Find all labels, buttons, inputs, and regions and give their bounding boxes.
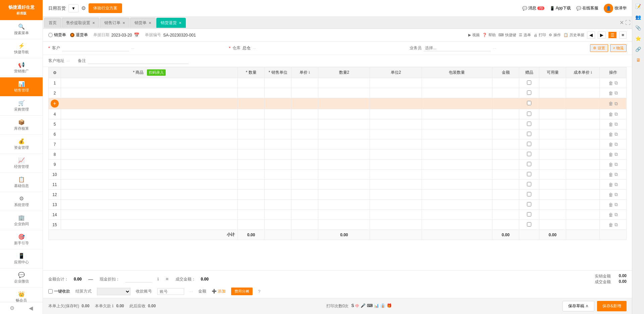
sidebar-item-weixin[interactable]: 💬企业微信 bbox=[0, 268, 43, 288]
product-cell-7[interactable] bbox=[61, 139, 238, 149]
print-btn[interactable]: 🖨 打印 bbox=[534, 33, 546, 38]
settings-btn[interactable]: ⚙ bbox=[81, 5, 86, 11]
unit-cell-4[interactable] bbox=[265, 109, 291, 119]
one-click-collection-checkbox[interactable] bbox=[48, 289, 53, 294]
gift-cell-15[interactable] bbox=[519, 220, 539, 230]
sidebar-collapse-icon[interactable]: ◀ bbox=[29, 305, 33, 311]
gift-checkbox-3[interactable] bbox=[527, 101, 531, 105]
account-dots[interactable]: ··· bbox=[190, 289, 193, 294]
pack-qty-cell-14[interactable] bbox=[422, 210, 492, 220]
rp-link-btn[interactable]: 🔗 bbox=[633, 44, 643, 54]
qty2-cell-10[interactable] bbox=[318, 170, 370, 180]
qty-cell-8[interactable] bbox=[238, 149, 265, 160]
copy-btn-15[interactable]: ⧉ bbox=[614, 222, 618, 228]
available-cell-6[interactable] bbox=[539, 129, 566, 139]
help-btn[interactable]: ❓ 帮助 bbox=[482, 33, 496, 38]
add-row-btn[interactable]: + bbox=[51, 100, 59, 108]
available-cell-13[interactable] bbox=[539, 200, 566, 210]
gift-cell-9[interactable] bbox=[519, 160, 539, 170]
gift-checkbox-14[interactable] bbox=[527, 212, 531, 216]
sidebar-item-finance[interactable]: 💰资金管理 bbox=[0, 135, 43, 154]
qty-cell-7[interactable] bbox=[238, 139, 265, 149]
operation-btn[interactable]: ⚙ 操作 bbox=[549, 33, 561, 38]
qty-cell-11[interactable] bbox=[238, 180, 265, 190]
copy-btn-1[interactable]: ⧉ bbox=[614, 80, 618, 86]
gift-cell-7[interactable] bbox=[519, 139, 539, 149]
discount-input[interactable] bbox=[125, 276, 152, 282]
unit2-cell-9[interactable] bbox=[370, 160, 422, 170]
tab-close-4[interactable]: ✕ bbox=[179, 21, 181, 25]
copy-btn-10[interactable]: ⧉ bbox=[614, 172, 618, 177]
address-dots[interactable]: ··· bbox=[66, 59, 70, 63]
tab-4[interactable]: 销货退货✕ bbox=[156, 18, 186, 28]
delete-btn-4[interactable]: 🗑 bbox=[608, 111, 613, 117]
amount-cell-12[interactable] bbox=[492, 190, 519, 200]
product-cell-1[interactable] bbox=[61, 78, 238, 88]
price-cell-15[interactable] bbox=[291, 220, 318, 230]
qty-cell-4[interactable] bbox=[238, 109, 265, 119]
gift-checkbox-13[interactable] bbox=[527, 202, 531, 206]
rp-contacts-btn[interactable]: 👥 bbox=[633, 12, 643, 22]
date-picker-btn[interactable]: 📅 bbox=[134, 33, 140, 38]
unit-cell-10[interactable] bbox=[265, 170, 291, 180]
copy-btn-5[interactable]: ⧉ bbox=[614, 121, 618, 127]
amount-cell-1[interactable] bbox=[492, 78, 519, 88]
amount-cell-4[interactable] bbox=[492, 109, 519, 119]
available-cell-12[interactable] bbox=[539, 190, 566, 200]
product-cell-10[interactable] bbox=[61, 170, 238, 180]
copy-btn-11[interactable]: ⧉ bbox=[614, 182, 618, 187]
price-info-icon[interactable]: ℹ bbox=[309, 70, 310, 74]
product-cell-2[interactable] bbox=[61, 88, 238, 98]
messages-btn[interactable]: 💬 消息 70 bbox=[522, 5, 544, 11]
amount-cell-11[interactable] bbox=[492, 180, 519, 190]
gift-cell-13[interactable] bbox=[519, 200, 539, 210]
unit-cell-8[interactable] bbox=[265, 149, 291, 160]
delete-btn-15[interactable]: 🗑 bbox=[608, 222, 613, 228]
unit2-cell-10[interactable] bbox=[370, 170, 422, 180]
salesperson-input[interactable] bbox=[424, 45, 491, 51]
available-cell-7[interactable] bbox=[539, 139, 566, 149]
available-cell-4[interactable] bbox=[539, 109, 566, 119]
product-cell-13[interactable] bbox=[61, 200, 238, 210]
gift-cell-2[interactable] bbox=[519, 88, 539, 98]
pack-qty-cell-7[interactable] bbox=[422, 139, 492, 149]
unit2-cell-8[interactable] bbox=[370, 149, 422, 160]
product-cell-11[interactable] bbox=[61, 180, 238, 190]
bottom-icon-5[interactable]: 📊 bbox=[374, 303, 379, 309]
pack-qty-cell-12[interactable] bbox=[422, 190, 492, 200]
delete-btn-13[interactable]: 🗑 bbox=[608, 202, 613, 207]
unit2-cell-2[interactable] bbox=[370, 88, 422, 98]
unit-cell-9[interactable] bbox=[265, 160, 291, 170]
cost-cell-6[interactable] bbox=[566, 129, 600, 139]
qty2-cell-2[interactable] bbox=[318, 88, 370, 98]
radio-sale-input[interactable] bbox=[48, 33, 53, 37]
user-info[interactable]: 👤 徐泽华 bbox=[604, 4, 627, 13]
one-click-collection-label[interactable]: 一键收款 bbox=[48, 289, 70, 294]
sidebar-item-marketing[interactable]: 📢营销推广 bbox=[0, 58, 43, 77]
unit-cell-12[interactable] bbox=[265, 190, 291, 200]
pack-qty-cell-1[interactable] bbox=[422, 78, 492, 88]
remark-input[interactable] bbox=[88, 58, 189, 64]
delete-btn-7[interactable]: 🗑 bbox=[608, 141, 613, 147]
product-cell-8[interactable] bbox=[61, 149, 238, 160]
qty-cell-1[interactable] bbox=[238, 78, 265, 88]
gift-checkbox-11[interactable] bbox=[527, 182, 531, 186]
delete-btn-1[interactable]: 🗑 bbox=[608, 80, 613, 86]
price-cell-9[interactable] bbox=[291, 160, 318, 170]
amount-cell-7[interactable] bbox=[492, 139, 519, 149]
radio-sale[interactable]: 销货单 bbox=[48, 32, 66, 38]
copy-btn-8[interactable]: ⧉ bbox=[614, 151, 618, 157]
qty2-cell-1[interactable] bbox=[318, 78, 370, 88]
salesperson-dots[interactable]: ··· bbox=[493, 46, 496, 51]
product-cell-4[interactable] bbox=[61, 109, 238, 119]
available-cell-15[interactable] bbox=[539, 220, 566, 230]
product-cell-9[interactable] bbox=[61, 160, 238, 170]
qty-cell-15[interactable] bbox=[238, 220, 265, 230]
copy-btn-6[interactable]: ⧉ bbox=[614, 131, 618, 137]
gift-cell-3[interactable] bbox=[519, 98, 539, 109]
bottom-icon-6[interactable]: 👔 bbox=[380, 303, 385, 309]
product-cell-14[interactable] bbox=[61, 210, 238, 220]
available-cell-1[interactable] bbox=[539, 78, 566, 88]
pack-qty-cell-11[interactable] bbox=[422, 180, 492, 190]
available-cell-2[interactable] bbox=[539, 88, 566, 98]
